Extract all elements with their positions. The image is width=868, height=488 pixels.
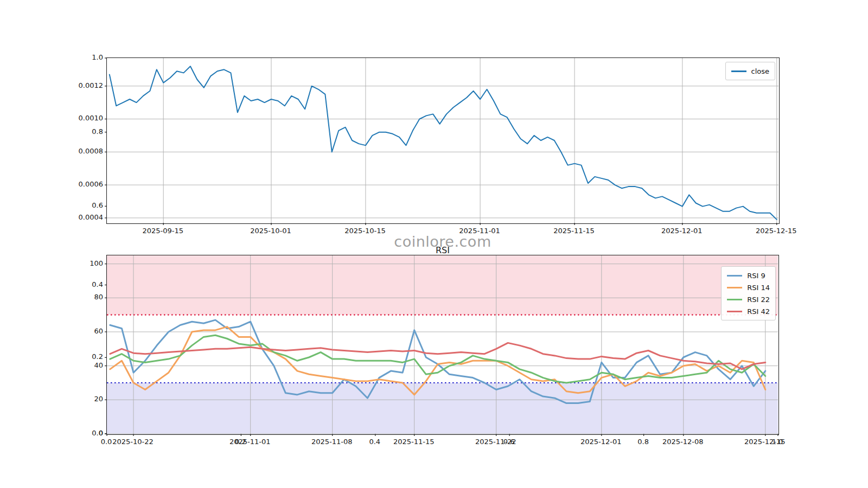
- rsi-secondary-x-tick-label: 0.8: [637, 438, 649, 446]
- rsi-y-tick-label: 80: [60, 293, 103, 301]
- rsi9-line-sample: [727, 275, 742, 277]
- rsi-x-tick-label: 2025-10-22: [112, 438, 154, 446]
- price-y-tick-label: 0.0004: [60, 213, 103, 221]
- rsi-x-tick-label: 2025-12-01: [580, 438, 622, 446]
- price-y-tick-label: 0.0012: [60, 81, 103, 89]
- rsi-legend-item: RSI 22: [727, 293, 770, 305]
- rsi-secondary-x-tick-label: 0.6: [503, 438, 515, 446]
- rsi-chart-canvas: [107, 255, 778, 434]
- rsi-secondary-x-tick-label: 0.2: [235, 438, 246, 446]
- price-x-tick-label: 2025-10-01: [250, 227, 291, 235]
- rsi-secondary-y-tick-label: 0.0: [60, 429, 103, 437]
- rsi42-line-sample: [727, 311, 742, 312]
- price-x-tick-label: 2025-12-01: [661, 227, 703, 235]
- rsi-secondary-y-tick-label: 0.2: [60, 352, 103, 361]
- rsi14-line-sample: [727, 287, 742, 288]
- rsi-legend-label: RSI 14: [747, 284, 770, 292]
- rsi-x-tick-label: 2025-11-15: [393, 438, 435, 446]
- rsi-secondary-y-tick-label: 0.4: [60, 280, 103, 288]
- rsi-y-tick-label: 60: [60, 327, 103, 335]
- rsi-legend-item: RSI 14: [727, 281, 770, 293]
- rsi-secondary-x-tick-label: 1.0: [772, 438, 783, 446]
- price-secondary-y-tick-label: 0.8: [60, 127, 103, 136]
- price-x-tick-label: 2025-09-15: [142, 227, 183, 235]
- rsi-y-tick-label: 40: [60, 361, 103, 369]
- price-x-tick-label: 2025-10-15: [344, 227, 386, 235]
- rsi-chart-plot-area: RSI 9RSI 14RSI 22RSI 42: [106, 255, 779, 435]
- rsi-y-tick-label: 100: [60, 259, 103, 267]
- rsi-legend-item: RSI 9: [727, 269, 770, 281]
- chart-figure: close 0.00120.00100.00080.00060.0004 1.0…: [0, 0, 868, 488]
- rsi22-line-sample: [727, 299, 742, 300]
- price-y-tick-label: 0.0006: [60, 180, 103, 188]
- rsi-legend-label: RSI 9: [747, 272, 765, 280]
- price-y-tick-label: 0.0008: [60, 147, 103, 155]
- rsi-x-tick-label: 2025-12-08: [662, 438, 704, 446]
- rsi-x-tick-label: 2025-11-08: [311, 438, 353, 446]
- rsi-secondary-x-tick-label: 0.0: [101, 438, 112, 446]
- price-chart-canvas: [107, 58, 778, 223]
- price-legend-label: close: [751, 67, 769, 75]
- rsi-legend: RSI 9RSI 14RSI 22RSI 42: [721, 266, 776, 320]
- rsi-legend-item: RSI 42: [727, 305, 770, 317]
- close-line-sample: [731, 70, 746, 72]
- price-y-tick-label: 0.0010: [60, 114, 103, 122]
- rsi-secondary-x-tick-label: 0.4: [369, 438, 380, 446]
- price-secondary-y-tick-label: 0.6: [60, 201, 103, 209]
- rsi-chart-title: RSI: [436, 245, 450, 255]
- price-legend: close: [725, 62, 775, 80]
- rsi-y-tick-label: 20: [60, 395, 103, 403]
- price-legend-item: close: [731, 65, 769, 77]
- price-chart-plot-area: close: [106, 57, 780, 224]
- price-secondary-y-tick-label: 1.0: [60, 53, 103, 61]
- rsi-legend-label: RSI 22: [747, 296, 770, 304]
- price-x-tick-label: 2025-12-15: [756, 227, 797, 235]
- rsi-legend-label: RSI 42: [747, 307, 770, 316]
- price-x-tick-label: 2025-11-15: [553, 227, 595, 235]
